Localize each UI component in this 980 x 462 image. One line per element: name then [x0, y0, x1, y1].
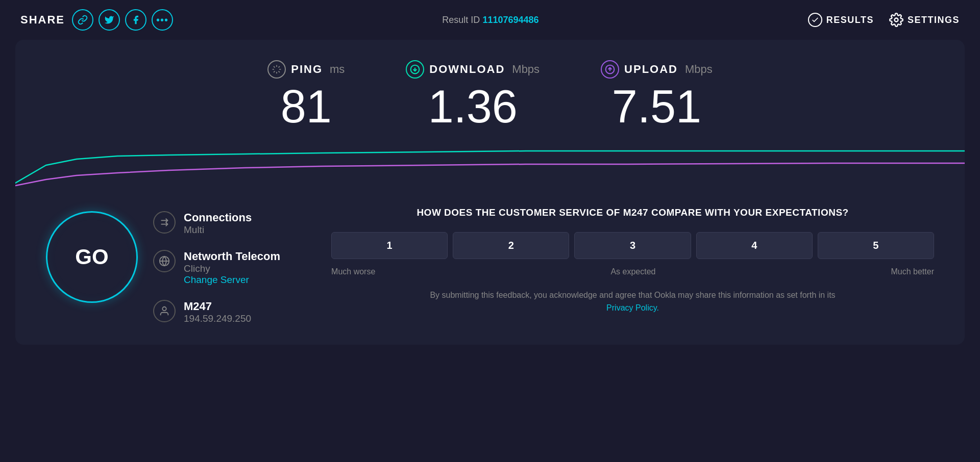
- stats-row: PING ms 81 DOWNLOAD Mbps 1.36: [15, 40, 965, 140]
- top-right-nav: RESULTS SETTINGS: [808, 13, 960, 27]
- download-stat: DOWNLOAD Mbps 1.36: [406, 60, 540, 130]
- results-button[interactable]: RESULTS: [808, 13, 874, 27]
- label-worse: Much worse: [331, 267, 375, 276]
- ping-label: PING: [291, 63, 323, 76]
- rating-2-button[interactable]: 2: [453, 232, 569, 259]
- upload-unit: Mbps: [685, 63, 713, 76]
- settings-button[interactable]: SETTINGS: [889, 13, 960, 27]
- info-list: Connections Multi Networth Teleco: [153, 206, 280, 324]
- results-label: RESULTS: [826, 15, 874, 25]
- provider-ip: 194.59.249.250: [184, 313, 251, 324]
- survey-title: HOW DOES THE CUSTOMER SERVICE OF M247 CO…: [331, 206, 934, 220]
- rating-4-button[interactable]: 4: [696, 232, 813, 259]
- upload-label: UPLOAD: [624, 63, 678, 76]
- privacy-policy-link[interactable]: Privacy Policy.: [606, 303, 659, 312]
- speed-chart: [15, 140, 965, 191]
- upload-header: UPLOAD Mbps: [601, 60, 713, 79]
- ping-icon: [267, 60, 286, 79]
- isp-name: Networth Telecom: [184, 250, 280, 263]
- ping-value: 81: [281, 84, 332, 130]
- ping-header: PING ms: [267, 60, 345, 79]
- survey-disclaimer: By submitting this feedback, you acknowl…: [331, 289, 934, 315]
- main-card: PING ms 81 DOWNLOAD Mbps 1.36: [15, 40, 965, 345]
- download-header: DOWNLOAD Mbps: [406, 60, 540, 79]
- rating-buttons: 1 2 3 4 5: [331, 232, 934, 259]
- upload-value: 7.51: [612, 84, 701, 130]
- go-button[interactable]: GO: [46, 211, 138, 303]
- left-section: GO Connections Multi: [46, 206, 280, 324]
- isp-icon: [153, 250, 176, 272]
- change-server-link[interactable]: Change Server: [184, 274, 280, 286]
- facebook-share-button[interactable]: [125, 9, 146, 31]
- provider-content: M247 194.59.249.250: [184, 300, 251, 324]
- settings-icon: [889, 13, 903, 27]
- upload-icon: [601, 60, 619, 79]
- result-id-section: Result ID 11107694486: [442, 15, 538, 25]
- result-id-label: Result ID: [442, 15, 480, 25]
- link-share-button[interactable]: [72, 9, 93, 31]
- settings-label: SETTINGS: [908, 15, 960, 25]
- more-share-button[interactable]: •••: [152, 9, 173, 31]
- svg-point-0: [894, 18, 898, 22]
- provider-icon: [153, 300, 176, 322]
- rating-1-button[interactable]: 1: [331, 232, 448, 259]
- share-label: SHARE: [20, 13, 65, 27]
- label-expected: As expected: [610, 267, 655, 276]
- connections-content: Connections Multi: [184, 211, 252, 236]
- download-label: DOWNLOAD: [429, 63, 505, 76]
- connections-icon: [153, 211, 176, 234]
- svg-point-9: [162, 307, 166, 311]
- share-icons: •••: [72, 9, 173, 31]
- download-value: 1.36: [428, 84, 518, 130]
- result-id-value: 11107694486: [482, 15, 538, 25]
- connections-item: Connections Multi: [153, 211, 280, 236]
- disclaimer-text: By submitting this feedback, you acknowl…: [430, 291, 835, 299]
- survey-section: HOW DOES THE CUSTOMER SERVICE OF M247 CO…: [311, 206, 934, 324]
- isp-location: Clichy: [184, 263, 280, 274]
- isp-item: Networth Telecom Clichy Change Server: [153, 250, 280, 286]
- rating-5-button[interactable]: 5: [818, 232, 934, 259]
- isp-content: Networth Telecom Clichy Change Server: [184, 250, 280, 286]
- rating-labels: Much worse As expected Much better: [331, 267, 934, 276]
- connections-title: Connections: [184, 211, 252, 224]
- download-unit: Mbps: [512, 63, 540, 76]
- results-icon: [808, 13, 822, 27]
- rating-3-button[interactable]: 3: [574, 232, 691, 259]
- download-icon: [406, 60, 424, 79]
- bottom-section: GO Connections Multi: [15, 191, 965, 345]
- share-section: SHARE •••: [20, 9, 173, 31]
- twitter-share-button[interactable]: [99, 9, 120, 31]
- ping-stat: PING ms 81: [267, 60, 345, 130]
- top-bar: SHARE ••• Result: [0, 0, 980, 40]
- upload-stat: UPLOAD Mbps 7.51: [601, 60, 713, 130]
- provider-name: M247: [184, 300, 251, 313]
- ping-unit: ms: [330, 63, 345, 76]
- connections-value: Multi: [184, 224, 252, 236]
- provider-item: M247 194.59.249.250: [153, 300, 280, 324]
- label-better: Much better: [891, 267, 934, 276]
